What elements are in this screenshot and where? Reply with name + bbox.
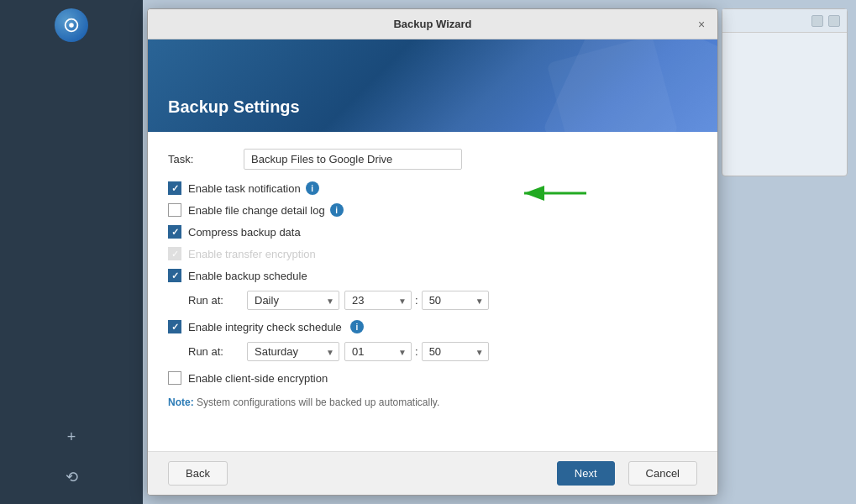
- note-label: Note:: [168, 396, 194, 408]
- add-button[interactable]: +: [58, 423, 85, 450]
- dialog-footer: Back Next Cancel: [148, 451, 717, 495]
- note-text: System configurations will be backed up …: [194, 396, 440, 408]
- backup-wizard-dialog: Backup Wizard × Backup Settings Task: En…: [147, 8, 718, 496]
- integrity-day-wrapper: Saturday Monday Tuesday Wednesday Thursd…: [247, 342, 339, 361]
- compress-backup-label: Compress backup data: [188, 226, 301, 239]
- integrity-schedule-checkbox[interactable]: [168, 320, 181, 333]
- close-button[interactable]: ×: [694, 17, 709, 32]
- desktop: + ⟲ Backup Wizard × Backup Settings Task…: [0, 0, 856, 504]
- transfer-encryption-row: Enable transfer encryption: [168, 247, 697, 260]
- client-encryption-checkbox[interactable]: [168, 371, 181, 385]
- task-row: Task:: [168, 149, 697, 170]
- app-logo: [55, 8, 88, 42]
- backup-minute-select[interactable]: 50: [422, 291, 489, 310]
- compress-backup-row: Compress backup data: [168, 225, 697, 239]
- file-change-info-icon[interactable]: i: [330, 203, 344, 217]
- task-input[interactable]: [244, 149, 462, 170]
- minimize-btn: [811, 15, 823, 27]
- dialog-titlebar: Backup Wizard ×: [148, 9, 717, 39]
- backup-schedule-row: Enable backup schedule: [168, 269, 697, 282]
- integrity-hour-select[interactable]: 01: [344, 342, 412, 361]
- logo-icon: [62, 16, 81, 34]
- task-label: Task:: [168, 153, 235, 165]
- dialog-header: Backup Settings: [148, 39, 717, 132]
- dialog-content: Task: Enable task notification i: [148, 132, 717, 451]
- transfer-encryption-checkbox: [168, 247, 181, 260]
- integrity-info-icon[interactable]: i: [350, 320, 364, 333]
- cancel-button[interactable]: Cancel: [628, 461, 697, 486]
- enable-task-notification-row: Enable task notification i: [168, 181, 697, 195]
- maximize-btn: [828, 15, 840, 27]
- integrity-schedule-row: Enable integrity check schedule i: [168, 320, 697, 333]
- backup-schedule-label: Enable backup schedule: [188, 270, 307, 282]
- arrow-icon: [521, 184, 588, 202]
- history-button[interactable]: ⟲: [58, 464, 85, 491]
- window-titlebar: [722, 9, 847, 33]
- backup-run-at-label: Run at:: [188, 294, 239, 307]
- transfer-encryption-label: Enable transfer encryption: [188, 248, 316, 260]
- next-button[interactable]: Next: [557, 461, 615, 486]
- enable-file-change-row: Enable file change detail log i: [168, 203, 697, 217]
- integrity-schedule-label: Enable integrity check schedule: [188, 321, 342, 333]
- client-encryption-row: Enable client-side encryption: [168, 371, 697, 385]
- colon-separator: :: [415, 294, 418, 307]
- integrity-day-select[interactable]: Saturday Monday Tuesday Wednesday Thursd…: [247, 342, 339, 361]
- client-encryption-label: Enable client-side encryption: [188, 372, 328, 385]
- sidebar: + ⟲: [0, 0, 143, 504]
- integrity-minute-select[interactable]: 50: [422, 342, 489, 361]
- sidebar-bottom: + ⟲: [58, 423, 85, 504]
- svg-point-1: [69, 23, 74, 28]
- integrity-run-at-row: Run at: Saturday Monday Tuesday Wednesda…: [188, 342, 697, 361]
- arrow-annotation: [521, 184, 588, 202]
- background-window: [722, 8, 848, 176]
- enable-task-notification-label: Enable task notification: [188, 182, 301, 195]
- integrity-hour-wrapper: 01 ▼: [344, 342, 412, 361]
- task-notification-info-icon[interactable]: i: [306, 181, 319, 195]
- backup-minute-wrapper: 50 ▼: [422, 291, 489, 310]
- enable-file-change-checkbox[interactable]: [168, 203, 181, 217]
- backup-hour-select[interactable]: 23: [344, 291, 412, 310]
- back-button[interactable]: Back: [168, 461, 228, 486]
- dialog-title: Backup Wizard: [393, 18, 471, 30]
- integrity-minute-wrapper: 50 ▼: [422, 342, 489, 361]
- enable-task-notification-checkbox[interactable]: [168, 181, 181, 195]
- backup-frequency-select[interactable]: Daily Weekly Monthly: [247, 291, 339, 310]
- header-title: Backup Settings: [168, 97, 300, 117]
- footer-right-buttons: Next Cancel: [557, 461, 697, 486]
- enable-file-change-label: Enable file change detail log: [188, 204, 325, 217]
- compress-backup-checkbox[interactable]: [168, 225, 181, 239]
- note-section: Note: System configurations will be back…: [168, 396, 697, 408]
- integrity-colon: :: [415, 345, 418, 358]
- backup-schedule-checkbox[interactable]: [168, 269, 181, 282]
- backup-schedule-run-at-row: Run at: Daily Weekly Monthly ▼ 23 ▼ :: [188, 291, 697, 310]
- backup-hour-wrapper: 23 ▼: [344, 291, 412, 310]
- backup-frequency-wrapper: Daily Weekly Monthly ▼: [247, 291, 339, 310]
- integrity-run-at-label: Run at:: [188, 345, 239, 358]
